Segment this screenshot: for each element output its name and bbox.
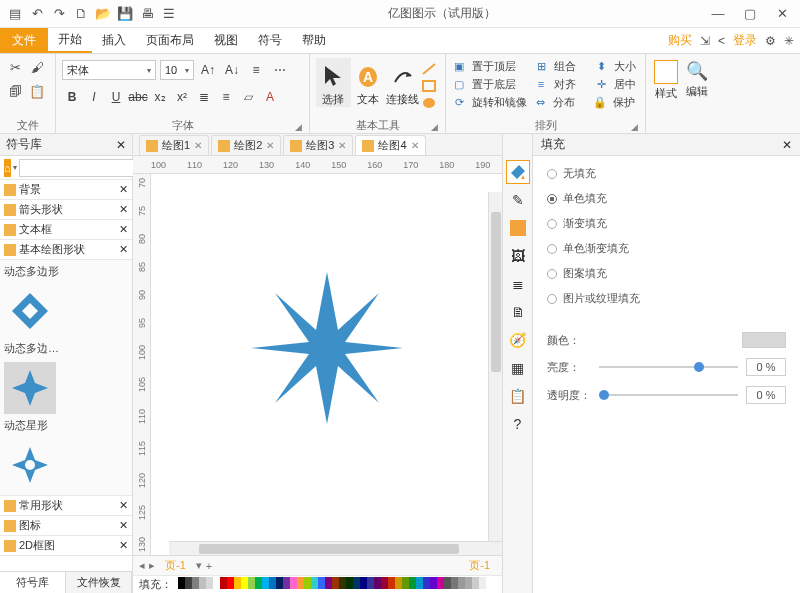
close-icon[interactable]: ✕	[770, 6, 794, 21]
color-swatch[interactable]	[269, 577, 276, 589]
color-swatch[interactable]	[416, 577, 423, 589]
export-icon[interactable]: ⇲	[700, 34, 710, 48]
fill-option-monograd[interactable]: 单色渐变填充	[547, 241, 786, 256]
color-swatch[interactable]	[465, 577, 472, 589]
tab-layout[interactable]: 页面布局	[136, 28, 204, 53]
send-back-icon[interactable]: ▢	[452, 77, 466, 91]
color-swatch[interactable]	[346, 577, 353, 589]
shape-4star[interactable]	[4, 362, 56, 414]
dialog-launcher-icon[interactable]: ◢	[293, 122, 303, 132]
tab-file[interactable]: 文件	[0, 28, 48, 53]
doc-tab-1[interactable]: 绘图1✕	[139, 135, 209, 155]
color-swatch[interactable]	[255, 577, 262, 589]
color-swatch[interactable]	[276, 577, 283, 589]
edit-button[interactable]: 🔍编辑	[686, 60, 708, 99]
tab-insert[interactable]: 插入	[92, 28, 136, 53]
bring-front-icon[interactable]: ▣	[452, 59, 466, 73]
cat-basic-shapes[interactable]: 基本绘图形状✕	[0, 240, 132, 260]
paste-icon[interactable]: 📋	[28, 82, 46, 100]
color-swatch[interactable]	[472, 577, 479, 589]
tab-symbol[interactable]: 符号	[248, 28, 292, 53]
next-page-icon[interactable]: ▸	[149, 559, 155, 572]
redo-icon[interactable]: ↷	[50, 5, 68, 23]
subscript-button[interactable]: x₂	[150, 87, 170, 107]
pen-panel-icon[interactable]: ✎	[506, 188, 530, 212]
fill-option-pattern[interactable]: 图案填充	[547, 266, 786, 281]
color-swatch[interactable]	[339, 577, 346, 589]
color-swatch[interactable]	[311, 577, 318, 589]
page-tab[interactable]: 页-1	[159, 558, 192, 573]
scroll-thumb[interactable]	[491, 212, 501, 372]
opacity-value[interactable]: 0 %	[746, 386, 786, 404]
color-swatch[interactable]	[220, 577, 227, 589]
font-size-select[interactable]: 10▾	[160, 60, 194, 80]
bold-button[interactable]: B	[62, 87, 82, 107]
cat-arrows[interactable]: 箭头形状✕	[0, 200, 132, 220]
new-icon[interactable]: 🗋	[72, 5, 90, 23]
chevron-down-icon[interactable]: ▾	[13, 163, 17, 172]
image-panel-icon[interactable]: 🖼	[506, 244, 530, 268]
color-swatch[interactable]	[304, 577, 311, 589]
color-swatch[interactable]	[430, 577, 437, 589]
buy-link[interactable]: 购买	[668, 32, 692, 49]
dialog-launcher-icon[interactable]: ◢	[629, 122, 639, 132]
color-swatch[interactable]	[444, 577, 451, 589]
font-name-select[interactable]: 宋体▾	[62, 60, 156, 80]
color-swatch[interactable]	[325, 577, 332, 589]
highlight-icon[interactable]: ▱	[238, 87, 258, 107]
doc-tab-3[interactable]: 绘图3✕	[283, 135, 353, 155]
align-left-icon[interactable]: ≡	[216, 87, 236, 107]
layers-panel-icon[interactable]: ≣	[506, 272, 530, 296]
color-swatch[interactable]	[367, 577, 374, 589]
cat-common[interactable]: 常用形状✕	[0, 496, 132, 516]
color-swatch[interactable]	[234, 577, 241, 589]
group-icon[interactable]: ⊞	[534, 59, 548, 73]
close-icon[interactable]: ✕	[119, 223, 128, 236]
print-icon[interactable]: 🖶	[138, 5, 156, 23]
close-icon[interactable]: ✕	[119, 519, 128, 532]
size-icon[interactable]: ⬍	[594, 59, 608, 73]
protect-icon[interactable]: 🔒	[593, 95, 607, 109]
footer-tab-recovery[interactable]: 文件恢复	[66, 572, 132, 593]
color-swatch[interactable]	[297, 577, 304, 589]
cat-icons[interactable]: 图标✕	[0, 516, 132, 536]
align-icon[interactable]: ≡	[534, 77, 548, 91]
close-icon[interactable]: ✕	[194, 140, 202, 151]
underline-button[interactable]: U	[106, 87, 126, 107]
color-swatch[interactable]	[241, 577, 248, 589]
tab-help[interactable]: 帮助	[292, 28, 336, 53]
close-icon[interactable]: ✕	[119, 539, 128, 552]
fill-panel-icon[interactable]	[506, 160, 530, 184]
fill-option-gradient[interactable]: 渐变填充	[547, 216, 786, 231]
doc-tab-4[interactable]: 绘图4✕	[355, 135, 425, 155]
cut-icon[interactable]: ✂	[6, 58, 24, 76]
nav-panel-icon[interactable]: 🧭	[506, 328, 530, 352]
superscript-button[interactable]: x²	[172, 87, 192, 107]
color-swatch[interactable]	[290, 577, 297, 589]
symbols-panel-icon[interactable]: ▦	[506, 356, 530, 380]
color-swatch[interactable]	[409, 577, 416, 589]
prev-page-icon[interactable]: ◂	[139, 559, 145, 572]
close-icon[interactable]: ✕	[782, 138, 792, 152]
font-color-icon[interactable]: A	[260, 87, 280, 107]
text-tool[interactable]: A 文本	[351, 58, 386, 107]
tab-view[interactable]: 视图	[204, 28, 248, 53]
style-button[interactable]: 样式	[654, 60, 678, 101]
color-swatch[interactable]	[227, 577, 234, 589]
fill-option-solid[interactable]: 单色填充	[547, 191, 786, 206]
color-swatch[interactable]	[178, 577, 185, 589]
linespacing-icon[interactable]: ≣	[194, 87, 214, 107]
shape-4star-hollow[interactable]	[4, 439, 56, 491]
home-icon[interactable]: ⌂	[4, 159, 11, 177]
settings-icon[interactable]: ⚙	[765, 34, 776, 48]
scrollbar-vertical[interactable]	[488, 192, 502, 541]
close-icon[interactable]: ✕	[119, 243, 128, 256]
cat-background[interactable]: 背景✕	[0, 180, 132, 200]
color-swatch[interactable]	[353, 577, 360, 589]
color-swatch[interactable]	[437, 577, 444, 589]
close-icon[interactable]: ✕	[119, 203, 128, 216]
color-swatch[interactable]	[395, 577, 402, 589]
close-icon[interactable]: ✕	[338, 140, 346, 151]
close-icon[interactable]: ✕	[119, 183, 128, 196]
text-options-icon[interactable]: ⋯	[270, 60, 290, 80]
